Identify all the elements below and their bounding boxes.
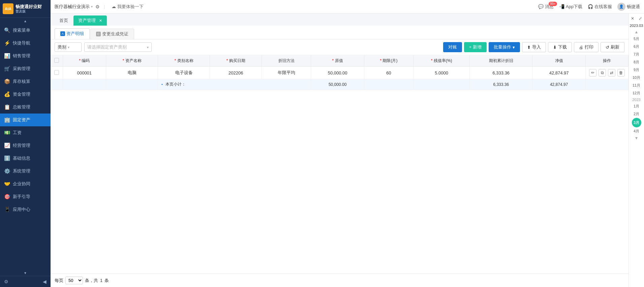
- main-area: 医疗器械行业演示 ▾ ⚙ | ☁ 我要体验一下 💬 消息 99+ 📲 App下载…: [51, 0, 644, 287]
- company-selector[interactable]: 医疗器械行业演示 ▾: [55, 4, 93, 10]
- category-input[interactable]: 请选择固定资产类别 ▾: [84, 42, 152, 52]
- rs-month-1[interactable]: 1月: [629, 102, 644, 110]
- sidebar-logo: AtA 畅捷通好业财 普及版: [0, 0, 51, 18]
- download-button[interactable]: ⬇ 下载: [548, 42, 572, 52]
- col-code: 编码: [63, 55, 106, 67]
- col-checkbox: [51, 55, 63, 67]
- transfer-icon[interactable]: ⇄: [608, 69, 615, 76]
- rs-month-9[interactable]: 9月: [629, 66, 644, 74]
- search-icon: 🔍: [4, 27, 10, 33]
- sidebar-item-sales[interactable]: 📊 销售管理: [0, 50, 51, 62]
- sidebar-item-quick-nav[interactable]: ⚡ 快捷导航: [0, 37, 51, 50]
- sidebar-item-purchase[interactable]: 🛒 采购管理: [0, 62, 51, 75]
- rs-month-12[interactable]: 12月: [629, 89, 644, 97]
- sidebar-scroll-down[interactable]: ▼: [0, 270, 51, 276]
- table-footer: 每页 50 100 200 条，共 1 条: [51, 274, 628, 287]
- fixed-assets-icon: 🏢: [4, 117, 10, 123]
- page-size-select[interactable]: 50 100 200: [65, 277, 83, 284]
- rs-month-6[interactable]: 6月: [629, 43, 644, 51]
- topbar-gear-icon[interactable]: ⚙: [95, 4, 100, 9]
- service-button[interactable]: 🎧 在线客服: [588, 4, 612, 10]
- inventory-icon: 📦: [4, 78, 10, 85]
- rs-month-11[interactable]: 11月: [629, 82, 644, 89]
- sidebar-item-search-menu[interactable]: 🔍 搜索菜单: [0, 24, 51, 37]
- user-profile[interactable]: 👤 畅捷通: [617, 3, 640, 11]
- sidebar-item-operations[interactable]: 📈 经营管理: [0, 139, 51, 152]
- subtotal-accumulated: 6,333.36: [470, 79, 532, 90]
- col-net-value: 净值: [532, 55, 586, 67]
- right-sidebar-scroll-down[interactable]: ▼: [634, 135, 639, 141]
- rs-month-7[interactable]: 7月: [629, 51, 644, 58]
- sidebar-scroll-up[interactable]: ▲: [0, 18, 51, 24]
- filter-row: 类别 ▾ 请选择固定资产类别 ▾: [55, 42, 152, 52]
- sidebar-item-fund[interactable]: 💰 资金管理: [0, 88, 51, 101]
- row-original-value: 50,000.00: [311, 67, 364, 79]
- purchase-icon: 🛒: [4, 66, 10, 72]
- collapse-icon[interactable]: ◀: [43, 279, 47, 284]
- tab-close-icon[interactable]: ✕: [99, 19, 102, 23]
- row-residual-rate: 5.0000: [413, 67, 469, 79]
- rs-month-5[interactable]: 5月: [629, 35, 644, 43]
- rs-month-2[interactable]: 2月: [629, 110, 644, 118]
- download-icon: 📲: [559, 4, 564, 9]
- right-sidebar: ✕ ⤢ 2023.03 ▲ 5月 6月 7月 8月 9月 10月 11月 12月…: [628, 13, 644, 287]
- sidebar-item-newbie[interactable]: 🎯 新手引导: [0, 190, 51, 203]
- chevron-down-icon: ▾: [91, 5, 93, 8]
- row-net-value: 42,874.97: [532, 67, 586, 79]
- sidebar-item-system[interactable]: ⚙️ 系统管理: [0, 165, 51, 178]
- rs-month-10[interactable]: 10月: [629, 74, 644, 82]
- rs-month-8[interactable]: 8月: [629, 58, 644, 66]
- asset-table: 编码 资产名称 类别名称 购买日期 折旧方法 原值 期限(月) 残值率(%) 期…: [51, 55, 628, 90]
- refresh-button[interactable]: ↺ 刷新: [601, 42, 624, 52]
- refresh-icon: ↺: [606, 45, 609, 50]
- row-period: 60: [364, 67, 413, 79]
- experience-button[interactable]: ☁ 我要体验一下: [112, 4, 144, 10]
- tab-home[interactable]: 首页: [55, 15, 73, 26]
- reconcile-button[interactable]: 对账: [443, 42, 462, 52]
- select-all-checkbox[interactable]: [54, 58, 59, 63]
- category-filter-select[interactable]: 类别 ▾: [55, 42, 82, 52]
- sidebar-item-inventory[interactable]: 📦 库存核算: [0, 75, 51, 88]
- toolbar: 类别 ▾ 请选择固定资产类别 ▾ 对账 + 新增: [51, 39, 628, 55]
- col-category: 类别名称: [158, 55, 210, 67]
- copy-icon[interactable]: ⧉: [599, 69, 606, 76]
- op-icons: ✏ ⧉ ⇄ 🗑: [589, 69, 625, 76]
- print-button[interactable]: 🖨 打印: [574, 42, 599, 52]
- sidebar-item-enterprise[interactable]: 🤝 企业协同: [0, 178, 51, 190]
- edit-icon[interactable]: ✏: [589, 69, 596, 76]
- sidebar-item-ledger[interactable]: 📋 总账管理: [0, 101, 51, 114]
- cloud-icon: ☁: [112, 4, 116, 9]
- message-button[interactable]: 💬 消息 99+: [538, 4, 554, 10]
- sidebar-item-basic-info[interactable]: ℹ️ 基础信息: [0, 152, 51, 165]
- col-operations: 操作: [586, 55, 628, 67]
- sub-tab-asset-detail[interactable]: A 资产明细: [55, 28, 90, 39]
- right-sidebar-expand-icon[interactable]: ⤢: [638, 15, 643, 22]
- col-name: 资产名称: [106, 55, 158, 67]
- fund-icon: 💰: [4, 91, 10, 97]
- app-download-button[interactable]: 📲 App下载: [559, 4, 582, 10]
- sidebar-item-app-center[interactable]: 📱 应用中心: [0, 203, 51, 216]
- right-sidebar-close-icon[interactable]: ✕: [630, 15, 635, 22]
- batch-button[interactable]: 批量操作 ▾: [489, 42, 520, 52]
- sub-tab-change-voucher[interactable]: C 变更生成凭证: [90, 29, 134, 39]
- print-icon: 🖨: [579, 45, 583, 50]
- col-depreciation-method: 折旧方法: [262, 55, 311, 67]
- tab-asset-management[interactable]: 资产管理 ✕: [73, 15, 107, 26]
- service-icon: 🎧: [588, 4, 593, 9]
- right-sidebar-scroll-up[interactable]: ▲: [634, 29, 639, 35]
- settings-icon[interactable]: ⚙: [4, 279, 8, 284]
- import-button[interactable]: ⬆ 导入: [522, 42, 546, 52]
- rs-month-3-active[interactable]: 3月: [632, 118, 641, 127]
- logo-icon: AtA: [3, 3, 13, 14]
- new-button[interactable]: + 新增: [464, 42, 487, 52]
- sidebar-item-payroll[interactable]: 💵 工资: [0, 126, 51, 139]
- sidebar-item-fixed-assets[interactable]: 🏢 固定资产: [0, 114, 51, 126]
- inner-page: A 资产明细 C 变更生成凭证 类别 ▾: [51, 26, 628, 287]
- col-purchase-date: 购买日期: [210, 55, 262, 67]
- row-purchase-date: 202206: [210, 67, 262, 79]
- row-select-checkbox[interactable]: [54, 70, 59, 75]
- subtotal-row: ▪ 本页小计： 50,000.00 6,333.36: [51, 79, 628, 90]
- ledger-icon: 📋: [4, 104, 10, 110]
- delete-icon[interactable]: 🗑: [617, 69, 625, 76]
- rs-month-4[interactable]: 4月: [629, 127, 644, 135]
